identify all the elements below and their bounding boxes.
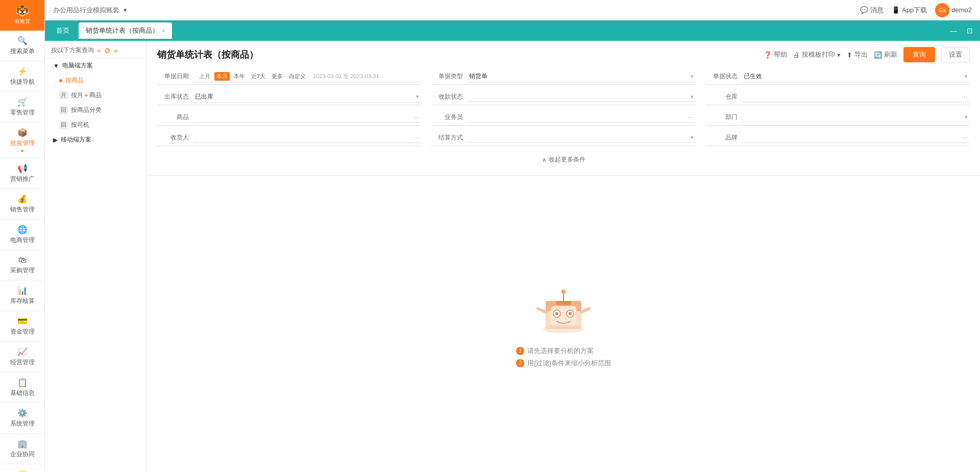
user-menu[interactable]: Ea demo2 — [935, 3, 972, 17]
search-icon: 🔍 — [17, 36, 28, 45]
help-btn[interactable]: ❓ 帮助 — [764, 50, 787, 59]
sidebar-item-ecommerce[interactable]: 🌐 电商管理 — [0, 220, 45, 250]
brand-label: 品牌 — [706, 133, 742, 142]
sidebar-item-newbie[interactable]: 🌟 新手引导 — [0, 464, 45, 472]
breadcrumb-arrow[interactable]: ▾ — [124, 6, 127, 14]
sidebar-item-quick-nav[interactable]: ⚡ 快捷导航 — [0, 61, 45, 92]
avatar: Ea — [935, 3, 949, 17]
inventory-icon: 📊 — [17, 286, 28, 295]
collect-label: 收款状态 — [431, 92, 467, 101]
filter-payment: 结算方式 ▾ — [431, 130, 695, 146]
filter-area: 单据日期 上月 本月 本年 近7天 更多 自定义 20 — [157, 68, 970, 175]
sidebar-item-purchase[interactable]: 🛍 采购管理 — [0, 250, 45, 280]
purchase-icon: 🛍 — [18, 255, 27, 265]
app-download-btn[interactable]: 📱 App下载 — [892, 6, 927, 15]
receiver-more-icon[interactable]: ··· — [413, 133, 420, 141]
tab-close-icon[interactable]: × — [162, 28, 165, 34]
sidebar-item-system[interactable]: ⚙️ 系统管理 — [0, 403, 45, 434]
empty-state: 1 请先选择要分析的方案 2 用[过滤]条件来缩小分析范围 — [147, 176, 980, 472]
staff-more-icon[interactable]: ··· — [688, 113, 694, 121]
tip-1-text: 请先选择要分析的方案 — [527, 346, 594, 356]
tip-2-num: 2 — [516, 359, 524, 367]
brand-more-icon[interactable]: ··· — [962, 133, 968, 141]
template-print-btn[interactable]: 🖨 按模板打印 ▾ — [793, 50, 841, 59]
date-shortcut-more[interactable]: 更多 — [270, 72, 285, 81]
date-shortcut-7days[interactable]: 近7天 — [249, 72, 267, 81]
collapse-panel-btn[interactable]: « — [114, 46, 118, 55]
export-icon: ⬆ — [847, 51, 852, 59]
status-label: 单据状态 — [706, 72, 742, 81]
refresh-btn[interactable]: 🔄 刷新 — [874, 50, 897, 59]
tree-item-by-category[interactable]: 回 按商品分类 — [45, 103, 146, 117]
print-icon: 🖨 — [793, 51, 800, 59]
sidebar-item-search[interactable]: 🔍 搜索菜单 — [0, 31, 45, 61]
query-button[interactable]: 查询 — [903, 47, 935, 62]
sales-icon: 💰 — [17, 194, 28, 204]
tree-collapsed-icon: ▶ — [53, 136, 58, 144]
message-btn[interactable]: 💬 消息 — [860, 6, 884, 15]
warehouse-more-icon[interactable]: ··· — [962, 92, 968, 101]
add-scheme-btn[interactable]: + — [97, 46, 101, 55]
goods-more-icon[interactable]: ··· — [413, 113, 420, 121]
collapse-filter-btn[interactable]: ∧ 收起更多条件 — [539, 152, 589, 167]
sidebar-item-wholesale[interactable]: 📦 批发管理 ▲ — [0, 123, 45, 158]
sidebar-item-enterprise[interactable]: 🏢 企业协同 — [0, 434, 45, 464]
date-shortcut-this-year[interactable]: 本年 — [232, 72, 247, 81]
export-btn[interactable]: ⬆ 导出 — [847, 50, 868, 59]
sidebar-item-retail[interactable]: 🛒 零售管理 — [0, 92, 45, 123]
filter-receiver: 收货人 ··· — [157, 130, 421, 146]
warehouse-label: 仓库 — [706, 92, 742, 101]
sidebar-item-operation[interactable]: 📈 经营管理 — [0, 342, 45, 372]
main-area: 办公用品行业模拟账套 ▾ 💬 消息 📱 App下载 Ea demo2 首页 — [45, 0, 980, 472]
basic-icon: 📋 — [17, 377, 28, 387]
empty-tip-1: 1 请先选择要分析的方案 — [516, 346, 610, 356]
date-shortcut-this-month[interactable]: 本月 — [214, 72, 230, 81]
print-arrow: ▾ — [837, 51, 841, 59]
collect-dropdown-icon[interactable]: ▾ — [691, 93, 694, 100]
sidebar-item-sales[interactable]: 💰 销售管理 — [0, 189, 45, 220]
svg-line-12 — [581, 309, 589, 312]
tree-item-by-product[interactable]: 按商品 — [45, 73, 146, 88]
settings-button[interactable]: 设置 — [941, 47, 970, 62]
filter-warehouse: 仓库 ··· — [706, 89, 970, 105]
tab-home[interactable]: 首页 — [49, 22, 77, 39]
header-left: 办公用品行业模拟账套 ▾ — [53, 6, 127, 15]
sidebar-item-basic[interactable]: 📋 基础信息 — [0, 372, 45, 403]
logo: 🐯 标账贸 — [0, 0, 45, 31]
date-shortcut-custom[interactable]: 自定义 — [287, 72, 308, 81]
tab-minimize-btn[interactable]: — — [947, 25, 960, 37]
scheme-settings-btn[interactable]: ⚙ — [104, 46, 111, 55]
payment-dropdown-icon[interactable]: ▾ — [691, 134, 694, 141]
sidebar-item-finance[interactable]: 💳 资金管理 — [0, 311, 45, 342]
wholesale-icon: 📦 — [17, 128, 28, 137]
tree-item-desktop[interactable]: ▼ 电脑端方案 — [45, 58, 146, 73]
filter-out-status: 出库状态 已出库 ▾ — [157, 89, 421, 105]
phone-icon: 📱 — [892, 6, 900, 14]
out-status-value: 已出库 — [195, 92, 416, 101]
help-icon: ❓ — [764, 51, 772, 59]
filter-status: 单据状态 已生效 ▾ — [706, 68, 970, 85]
left-panel-title: 按以下方案查询 — [51, 46, 94, 55]
tree-item-by-month-product[interactable]: 月 按月＋商品 — [45, 88, 146, 103]
top-header: 办公用品行业模拟账套 ▾ 💬 消息 📱 App下载 Ea demo2 — [45, 0, 980, 20]
type-dropdown-icon[interactable]: ▾ — [691, 73, 694, 80]
dept-dropdown-icon[interactable]: ▾ — [965, 114, 968, 121]
collapse-icon: ∧ — [542, 156, 547, 163]
date-shortcut-last-month[interactable]: 上月 — [197, 72, 212, 81]
tab-active[interactable]: 销货单统计表（按商品） × — [79, 22, 172, 39]
date-label: 单据日期 — [157, 72, 193, 81]
out-status-dropdown-icon[interactable]: ▾ — [416, 93, 419, 100]
category-icon: 回 — [59, 106, 68, 114]
tab-maximize-btn[interactable]: ⊡ — [964, 25, 976, 37]
ecommerce-icon: 🌐 — [17, 225, 28, 234]
empty-tip-2: 2 用[过滤]条件来缩小分析范围 — [516, 359, 610, 368]
breadcrumb-text: 办公用品行业模拟账套 — [53, 6, 119, 15]
svg-line-11 — [538, 309, 546, 312]
sidebar-item-marketing[interactable]: 📢 营销推广 — [0, 158, 45, 189]
logo-icon: 🐯 — [15, 6, 29, 17]
active-dot — [59, 79, 62, 82]
tree-item-mobile[interactable]: ▶ 移动端方案 — [45, 132, 146, 147]
tree-item-by-cashier[interactable]: 回 按司机 — [45, 117, 146, 132]
status-dropdown-icon[interactable]: ▾ — [965, 73, 968, 80]
sidebar-item-inventory[interactable]: 📊 库存核算 — [0, 280, 45, 311]
